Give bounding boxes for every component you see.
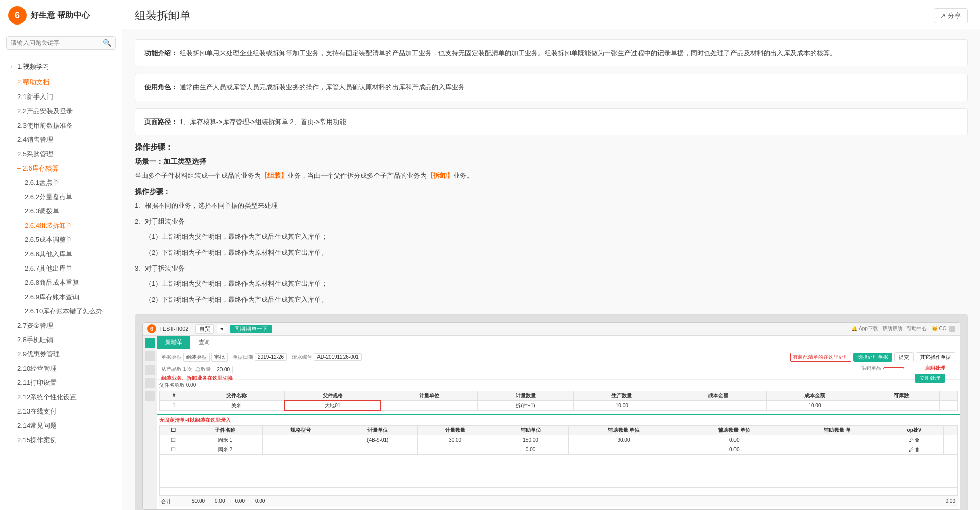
feature-intro-text: 组装拆卸单用来处理企业组装或拆卸等加工业务，支持有固定装配清单的产品加工业务，也… bbox=[180, 49, 837, 57]
sidebar-item-operation[interactable]: 2.10经营管理 bbox=[0, 361, 122, 376]
nav-icon-1 bbox=[145, 338, 155, 348]
sidebar-item-print[interactable]: 2.11打印设置 bbox=[0, 376, 122, 390]
sidebar-item-stock-query[interactable]: 2.6.9库存账本查询 bbox=[0, 290, 122, 304]
child-row-5 bbox=[160, 471, 958, 479]
btn-select-order[interactable]: 选择处理单据 bbox=[853, 353, 892, 362]
sidebar-item-cases[interactable]: 2.15操作案例 bbox=[0, 433, 122, 447]
td-c2-qty4 bbox=[790, 445, 885, 454]
td-empty-4 bbox=[160, 463, 958, 471]
sidebar-item-partial-stocktake[interactable]: 2.6.2分量盘点单 bbox=[0, 190, 122, 204]
search-input[interactable] bbox=[11, 39, 103, 46]
td-c2-unit1 bbox=[338, 445, 418, 454]
arrow-icon-2: – bbox=[8, 79, 15, 86]
warehouse-area: 供销单品 bbox=[861, 365, 904, 372]
th-cost2: 成本金额 bbox=[767, 391, 863, 401]
td-c1-qty1: 30.00 bbox=[418, 435, 493, 445]
highlight-assembly: 【组装】 bbox=[261, 172, 287, 179]
total-val4: 0.00 bbox=[255, 498, 265, 505]
field-type: 单据类型 组装类型 审批 bbox=[161, 353, 228, 362]
feature-intro-label: 功能介绍： bbox=[144, 49, 178, 57]
sidebar-item-newbie[interactable]: 2.1新手入门 bbox=[0, 90, 122, 104]
child-row-7 bbox=[160, 487, 958, 495]
child-table: ☐ 子件名称 规格型号 计量单位 计量数量 辅助单位 辅助数量 单位 辅助数量 … bbox=[159, 425, 958, 496]
share-label: 分享 bbox=[948, 11, 961, 20]
sidebar-item-finance[interactable]: 2.7资金管理 bbox=[0, 319, 122, 333]
td-cost1 bbox=[670, 401, 767, 411]
sidebar-item-payment[interactable]: 2.13在线支付 bbox=[0, 404, 122, 419]
tab-query[interactable]: 查询 bbox=[190, 336, 218, 349]
sidebar-item-helpdoc[interactable]: – 2.帮助文档 bbox=[0, 75, 122, 90]
share-button[interactable]: ↗ 分享 bbox=[934, 8, 968, 23]
th-unit: 计量单位 bbox=[381, 391, 477, 401]
td-c1-unit2: 150.00 bbox=[493, 435, 569, 445]
feature-intro-block: 功能介绍： 组装拆卸单用来处理企业组装或拆卸等加工业务，支持有固定装配清单的产品… bbox=[135, 39, 968, 66]
num-label: 流水编号 bbox=[292, 354, 312, 361]
sidebar-label-helpdoc: 2.帮助文档 bbox=[17, 78, 50, 87]
sidebar-item-cost-recalc[interactable]: 2.6.8商品成本重算 bbox=[0, 276, 122, 290]
th-qty1: 计量数量 bbox=[477, 391, 574, 401]
btn-submit[interactable]: 提交 bbox=[894, 352, 914, 362]
td-c1-check: ☐ bbox=[160, 435, 187, 445]
scene1-desc: 当由多个子件材料组装成一个成品的业务为【组装】业务，当由一个父件拆分成多个子产品… bbox=[135, 169, 968, 182]
btn-approve[interactable]: 立即处理 bbox=[915, 374, 945, 383]
sidebar-item-sales[interactable]: 2.4销售管理 bbox=[0, 133, 122, 147]
sidebar-item-assembly[interactable]: 2.6.4组装拆卸单 bbox=[0, 218, 122, 233]
th-c-qty1: 计量数量 bbox=[418, 425, 493, 435]
step3-2: （2）下部明细为子件明细，最终作为产成品生成其它入库单。 bbox=[135, 294, 968, 306]
th-c-name: 子件名称 bbox=[187, 425, 263, 435]
date-label: 单据日期 bbox=[233, 354, 253, 361]
td-c1-qty4 bbox=[790, 435, 885, 445]
role-block: 使用角色： 通常由生产人员或库管人员完成拆装业务的操作，库管人员确认原材料的出库… bbox=[135, 74, 968, 101]
close-icon[interactable] bbox=[949, 326, 955, 332]
search-icon[interactable]: 🔍 bbox=[103, 39, 111, 47]
sidebar-item-stocktake[interactable]: 2.6.1盘点单 bbox=[0, 176, 122, 190]
td-c1-name: 周米 1 bbox=[187, 435, 263, 445]
sidebar-label-install: 2.2产品安装及登录 bbox=[17, 107, 73, 115]
child-row-3 bbox=[160, 454, 958, 463]
sidebar-item-cost-adjust[interactable]: 2.6.5成本调整单 bbox=[0, 233, 122, 247]
sidebar-item-transfer[interactable]: 2.6.3调拨单 bbox=[0, 204, 122, 218]
annotation-no-bom: 无固定清单可以组装在这里录入 bbox=[159, 417, 958, 424]
path-label: 页面路径： bbox=[144, 118, 178, 126]
sidebar-item-other-out[interactable]: 2.6.7其他出库单 bbox=[0, 261, 122, 276]
sidebar-label-newbie: 2.1新手入门 bbox=[17, 93, 53, 101]
td-action bbox=[940, 401, 958, 411]
td-empty-5 bbox=[160, 471, 958, 479]
th-spec: 父件规格 bbox=[284, 391, 381, 401]
sidebar-item-settings[interactable]: 2.12系统个性化设置 bbox=[0, 390, 122, 404]
child-row-6 bbox=[160, 479, 958, 487]
th-cost1: 成本金额 bbox=[670, 391, 767, 401]
sidebar-item-prepare[interactable]: 2.3使用前数据准备 bbox=[0, 118, 122, 133]
td-c1-qty3: 0.00 bbox=[679, 435, 790, 445]
sidebar-item-mobile[interactable]: 2.8手机旺铺 bbox=[0, 333, 122, 347]
qty-value: 20.00 bbox=[214, 366, 233, 373]
sidebar-item-other-in[interactable]: 2.6.6其他入库单 bbox=[0, 247, 122, 261]
td-c2-qty2 bbox=[569, 445, 679, 454]
td-qty1: 拆(件+1) bbox=[477, 401, 574, 411]
sidebar-item-purchase[interactable]: 2.5采购管理 bbox=[0, 147, 122, 161]
sidebar-item-install[interactable]: 2.2产品安装及登录 bbox=[0, 104, 122, 118]
sidebar-item-faq[interactable]: 2.14常见问题 bbox=[0, 419, 122, 433]
total-val1: $0.00 bbox=[192, 498, 205, 505]
sidebar: 6 好生意 帮助中心 🔍 + 1.视频学习 – 2.帮助文档 2.1新手入门 2… bbox=[0, 0, 122, 510]
th-c-spec: 规格型号 bbox=[263, 425, 338, 435]
td-name: 关米 bbox=[188, 401, 285, 411]
window-dropdown: ▾ bbox=[217, 325, 227, 333]
th-c-op: op处V bbox=[885, 425, 943, 435]
num-value: AD-20191226-001 bbox=[314, 353, 362, 361]
screenshot-inner: 6 TEST-H002 自贸 ▾ 同期期单一下 🔔 App下载 帮助帮助 帮助中… bbox=[135, 315, 967, 510]
tab-new-order[interactable]: 新增单 bbox=[157, 336, 190, 349]
sidebar-item-stock-fix[interactable]: 2.6.10库存账本错了怎么办 bbox=[0, 304, 122, 319]
sidebar-label-video: 1.视频学习 bbox=[17, 62, 50, 71]
sidebar-item-inventory[interactable]: – 2.6库存核算 bbox=[0, 161, 122, 176]
sidebar-item-video[interactable]: + 1.视频学习 bbox=[0, 59, 122, 75]
type-value2: 审批 bbox=[211, 353, 228, 362]
btn-other[interactable]: 其它操作单据 bbox=[916, 352, 955, 362]
th-stock: 可库数 bbox=[863, 391, 939, 401]
sidebar-item-coupon[interactable]: 2.9优惠券管理 bbox=[0, 347, 122, 361]
role-text: 通常由生产人员或库管人员完成拆装业务的操作，库管人员确认原材料的出库和产成品的入… bbox=[180, 83, 465, 91]
td-empty-3 bbox=[160, 454, 958, 463]
sidebar-label-inventory: 2.6库存核算 bbox=[23, 164, 59, 173]
child-table-header-row: ☐ 子件名称 规格型号 计量单位 计量数量 辅助单位 辅助数量 单位 辅助数量 … bbox=[160, 425, 958, 435]
td-c2-op2 bbox=[943, 445, 957, 454]
